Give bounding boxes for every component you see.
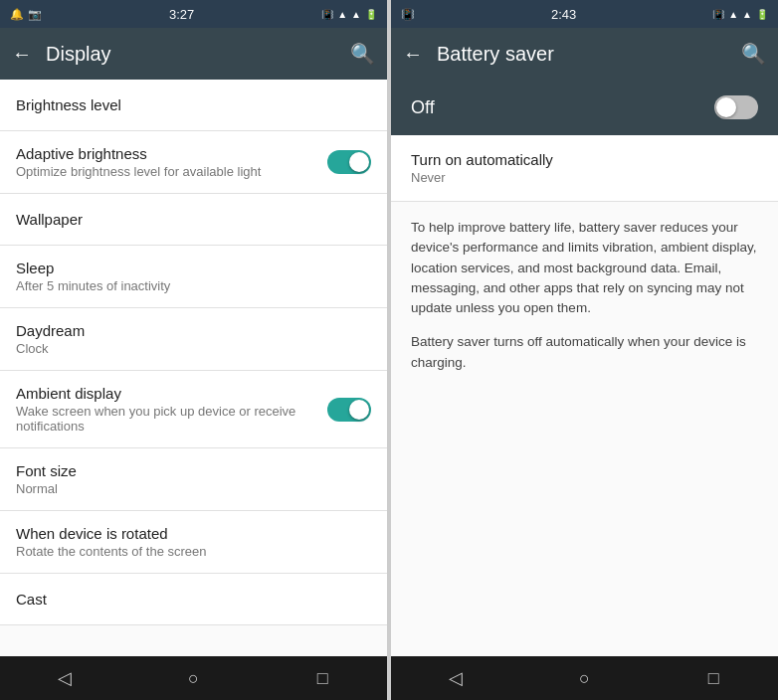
search-button-display[interactable]: 🔍 bbox=[350, 42, 375, 66]
battery-info-text2: Battery saver turns off automatically wh… bbox=[411, 332, 758, 373]
back-button-battery[interactable]: ← bbox=[403, 43, 423, 66]
daydream-row[interactable]: Daydream Clock bbox=[0, 308, 387, 371]
nav-home-right[interactable]: ○ bbox=[562, 656, 606, 700]
adaptive-brightness-row[interactable]: Adaptive brightness Optimize brightness … bbox=[0, 131, 387, 194]
battery-r-icon: 🔋 bbox=[756, 9, 768, 20]
battery-title: Battery saver bbox=[437, 43, 727, 66]
vibrate-r-icon: 📳 bbox=[712, 9, 724, 20]
status-bar-left: 🔔 📷 3:27 📳 ▲ ▲ 🔋 bbox=[0, 0, 387, 28]
back-button-display[interactable]: ← bbox=[12, 43, 32, 66]
battery-off-row[interactable]: Off bbox=[391, 80, 778, 135]
battery-auto-title: Turn on automatically bbox=[411, 151, 758, 168]
battery-content: Turn on automatically Never To help impr… bbox=[391, 135, 778, 656]
display-top-bar: ← Display 🔍 bbox=[0, 28, 387, 80]
ambient-title: Ambient display bbox=[16, 385, 315, 402]
ambient-toggle-knob bbox=[349, 400, 369, 420]
vibrate-icon-r: 📳 bbox=[401, 8, 415, 21]
daydream-title: Daydream bbox=[16, 322, 371, 339]
display-panel: 🔔 📷 3:27 📳 ▲ ▲ 🔋 ← Display 🔍 Brightness … bbox=[0, 0, 387, 700]
sleep-row[interactable]: Sleep After 5 minutes of inactivity bbox=[0, 246, 387, 308]
display-content: Brightness level Adaptive brightness Opt… bbox=[0, 80, 387, 656]
fontsize-subtitle: Normal bbox=[16, 481, 371, 496]
nav-bar-right: ◁ ○ □ bbox=[391, 656, 778, 700]
rotation-row[interactable]: When device is rotated Rotate the conten… bbox=[0, 511, 387, 574]
nav-back-right[interactable]: ◁ bbox=[434, 656, 478, 700]
signal-icon: ▲ bbox=[351, 9, 361, 20]
cast-row[interactable]: Cast bbox=[0, 574, 387, 625]
adaptive-title: Adaptive brightness bbox=[16, 145, 315, 162]
adaptive-toggle[interactable] bbox=[327, 150, 371, 174]
adaptive-toggle-knob bbox=[349, 152, 369, 172]
nav-recent-left[interactable]: □ bbox=[300, 656, 344, 700]
nav-bar-left: ◁ ○ □ bbox=[0, 656, 387, 700]
battery-info-text1: To help improve battery life, battery sa… bbox=[411, 218, 758, 318]
sim-icon: 📷 bbox=[28, 8, 42, 21]
battery-saver-panel: 📳 2:43 📳 ▲ ▲ 🔋 ← Battery saver 🔍 Off Tur… bbox=[391, 0, 778, 700]
search-button-battery[interactable]: 🔍 bbox=[741, 42, 766, 66]
rotation-subtitle: Rotate the contents of the screen bbox=[16, 544, 371, 559]
sleep-title: Sleep bbox=[16, 260, 371, 276]
brightness-title: Brightness level bbox=[16, 96, 371, 113]
adaptive-subtitle: Optimize brightness level for available … bbox=[16, 164, 315, 179]
battery-info: To help improve battery life, battery sa… bbox=[391, 202, 778, 403]
battery-toggle[interactable] bbox=[714, 95, 758, 119]
vibrate-icon: 📳 bbox=[321, 9, 333, 20]
status-bar-right: 📳 2:43 📳 ▲ ▲ 🔋 bbox=[391, 0, 778, 28]
ambient-subtitle: Wake screen when you pick up device or r… bbox=[16, 404, 315, 434]
wifi-r-icon: ▲ bbox=[728, 9, 738, 20]
cast-title: Cast bbox=[16, 591, 371, 608]
display-title: Display bbox=[46, 43, 336, 66]
battery-icon: 🔋 bbox=[365, 9, 377, 20]
nav-recent-right[interactable]: □ bbox=[691, 656, 735, 700]
status-bar-right-right-icons: 📳 ▲ ▲ 🔋 bbox=[712, 9, 768, 20]
status-bar-right-icons: 📳 ▲ ▲ 🔋 bbox=[321, 9, 377, 20]
battery-top-bar: ← Battery saver 🔍 bbox=[391, 28, 778, 80]
wallpaper-title: Wallpaper bbox=[16, 211, 371, 228]
rotation-title: When device is rotated bbox=[16, 525, 371, 542]
daydream-subtitle: Clock bbox=[16, 341, 371, 356]
battery-toggle-knob bbox=[716, 97, 736, 117]
battery-auto-row[interactable]: Turn on automatically Never bbox=[391, 135, 778, 202]
battery-auto-subtitle: Never bbox=[411, 170, 758, 185]
notification-icon: 🔔 bbox=[10, 8, 24, 21]
signal-r-icon: ▲ bbox=[742, 9, 752, 20]
battery-off-label: Off bbox=[411, 97, 435, 118]
fontsize-row[interactable]: Font size Normal bbox=[0, 448, 387, 511]
ambient-row[interactable]: Ambient display Wake screen when you pic… bbox=[0, 371, 387, 448]
fontsize-title: Font size bbox=[16, 462, 371, 479]
nav-home-left[interactable]: ○ bbox=[171, 656, 215, 700]
nav-back-left[interactable]: ◁ bbox=[43, 656, 87, 700]
wallpaper-row[interactable]: Wallpaper bbox=[0, 194, 387, 246]
status-bar-left-icons: 🔔 📷 bbox=[10, 8, 42, 21]
status-bar-right-left-icons: 📳 bbox=[401, 8, 415, 21]
ambient-toggle[interactable] bbox=[327, 398, 371, 422]
brightness-row[interactable]: Brightness level bbox=[0, 80, 387, 131]
wifi-icon: ▲ bbox=[337, 9, 347, 20]
status-time-right: 2:43 bbox=[551, 7, 576, 22]
status-time-left: 3:27 bbox=[169, 7, 194, 22]
sleep-subtitle: After 5 minutes of inactivity bbox=[16, 278, 371, 293]
